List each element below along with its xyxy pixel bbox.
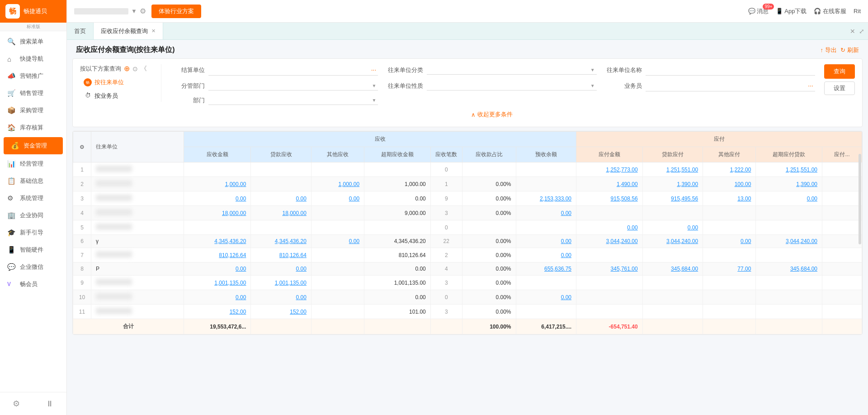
sidebar-item-wechat[interactable]: 💬 企业微信: [0, 258, 66, 276]
table-cell[interactable]: 1,251,551.00: [756, 162, 822, 177]
message-button[interactable]: 💬 消息 99+: [748, 7, 769, 15]
filter-collapse-icon[interactable]: 《: [141, 65, 147, 73]
yewu-dots-icon[interactable]: ···: [808, 82, 813, 89]
th-settings[interactable]: ⚙: [73, 132, 91, 162]
table-cell[interactable]: 345,761.00: [576, 262, 643, 276]
table-cell[interactable]: 3,044,240.00: [756, 235, 822, 248]
scheme-by-staff[interactable]: ⏱ 按业务员: [80, 90, 156, 102]
table-cell[interactable]: 1,252,773.00: [576, 162, 643, 177]
table-cell[interactable]: 18,000.00: [184, 206, 251, 220]
export-button[interactable]: ↑ 导出: [821, 46, 837, 54]
table-cell[interactable]: 1,222.00: [703, 162, 756, 177]
table-cell[interactable]: 0.00: [184, 191, 251, 206]
table-cell[interactable]: 0.00: [756, 191, 822, 206]
table-cell[interactable]: 345,684.00: [642, 262, 703, 276]
table-cell[interactable]: 4,345,436.20: [184, 235, 251, 248]
filter-add-button[interactable]: ⊕: [124, 64, 130, 73]
table-cell[interactable]: 1,490.00: [576, 177, 643, 191]
sidebar-item-hardware[interactable]: 📱 智能硬件: [0, 241, 66, 258]
sidebar-item-sales[interactable]: 🛒 销售管理: [0, 85, 66, 102]
app-download-button[interactable]: 📱 App下载: [776, 7, 807, 15]
table-cell[interactable]: 0.00: [516, 235, 576, 248]
refresh-button[interactable]: ↻ 刷新: [840, 46, 859, 54]
wanglai-name-input[interactable]: [646, 65, 815, 76]
query-button[interactable]: 查询: [824, 64, 855, 79]
sidebar-item-guide[interactable]: 🎓 新手引导: [0, 224, 66, 241]
sidebar-item-enterprise[interactable]: 🏢 企业协同: [0, 207, 66, 224]
tab-balance[interactable]: 应收应付余额查询 ✕: [94, 23, 163, 39]
wanglai-nature-select[interactable]: ▼: [427, 81, 596, 91]
table-cell[interactable]: 3,044,240.00: [642, 235, 703, 248]
sidebar-item-member[interactable]: V 畅会员: [0, 276, 66, 293]
table-cell[interactable]: 152.00: [251, 305, 311, 319]
sidebar-item-purchase[interactable]: 📦 采购管理: [0, 102, 66, 119]
table-cell[interactable]: 810,126.64: [184, 248, 251, 262]
table-cell[interactable]: 810,126.64: [251, 248, 311, 262]
table-cell[interactable]: 1,390.00: [756, 177, 822, 191]
table-cell[interactable]: 1,251,551.00: [642, 162, 703, 177]
table-cell[interactable]: 345,684.00: [756, 262, 822, 276]
jiesuan-dots-icon[interactable]: ···: [371, 66, 377, 73]
sidebar-item-operation[interactable]: 📊 经营管理: [0, 155, 66, 172]
wanglai-cat-select[interactable]: ▼: [427, 66, 596, 75]
table-cell[interactable]: 152.00: [184, 305, 251, 319]
table-cell[interactable]: 655,636.75: [516, 262, 576, 276]
table-settings-icon[interactable]: ⚙: [80, 144, 85, 150]
user-menu[interactable]: Rit: [854, 8, 861, 14]
scrollbar-thumb[interactable]: [859, 154, 861, 244]
online-service-button[interactable]: 🎧 在线客服: [814, 7, 846, 15]
settings-icon[interactable]: ⚙: [140, 7, 146, 15]
tab-close-icon[interactable]: ✕: [151, 28, 156, 34]
table-cell[interactable]: 0.00: [576, 220, 643, 235]
tab-expand-icon[interactable]: ⤢: [859, 28, 864, 35]
sidebar-item-basic[interactable]: 📋 基础信息: [0, 172, 66, 190]
table-cell[interactable]: 0.00: [251, 191, 311, 206]
table-cell[interactable]: 0.00: [311, 235, 364, 248]
sidebar-item-quicknav[interactable]: ⌂ 快捷导航: [0, 50, 66, 67]
footer-pre-balance[interactable]: 6,417,215....: [516, 319, 576, 334]
table-cell[interactable]: 3,044,240.00: [576, 235, 643, 248]
filter-scheme-icon[interactable]: ⊙: [132, 65, 138, 72]
table-cell[interactable]: 915,508.56: [576, 191, 643, 206]
table-cell[interactable]: 0.00: [516, 206, 576, 220]
sidebar-item-capital[interactable]: 💰 资金管理: [4, 137, 63, 154]
table-cell[interactable]: 0.00: [184, 290, 251, 305]
footer-ys-amount[interactable]: 19,553,472,6...: [184, 319, 251, 334]
table-cell[interactable]: 0.00: [703, 235, 756, 248]
sidebar-item-system[interactable]: ⚙ 系统管理: [0, 190, 66, 207]
table-cell[interactable]: 0.00: [251, 262, 311, 276]
table-cell[interactable]: 0.00: [311, 191, 364, 206]
collapse-bottom-btn[interactable]: ⏸: [43, 396, 57, 411]
industry-solution-button[interactable]: 体验行业方案: [151, 5, 201, 18]
sidebar: 畅 畅捷通贝 标准版 🔍 搜索菜单 ⌂ 快捷导航 📣 营销推广 🛒 销售管理 📦…: [0, 0, 67, 415]
sidebar-item-search[interactable]: 🔍 搜索菜单: [0, 33, 66, 50]
table-cell[interactable]: 13.00: [703, 191, 756, 206]
settings-bottom-btn[interactable]: ⚙: [10, 396, 23, 411]
table-cell[interactable]: 77.00: [703, 262, 756, 276]
tab-close-window-icon[interactable]: ✕: [850, 28, 855, 35]
table-cell[interactable]: 1,001,135.00: [251, 276, 311, 290]
fenguan-select[interactable]: ▼: [208, 81, 378, 91]
table-cell[interactable]: 0.00: [642, 220, 703, 235]
table-cell[interactable]: 18,000.00: [251, 206, 311, 220]
setting-button[interactable]: 设置: [824, 81, 855, 95]
tab-home[interactable]: 首页: [67, 23, 94, 39]
table-cell[interactable]: 1,390.00: [642, 177, 703, 191]
table-cell[interactable]: 0.00: [516, 248, 576, 262]
table-cell[interactable]: 1,000.00: [311, 177, 364, 191]
table-cell[interactable]: 0.00: [516, 290, 576, 305]
chevron-down-icon[interactable]: ▼: [131, 8, 137, 14]
scheme-by-unit[interactable]: 畅 按往来单位: [80, 76, 156, 88]
table-cell[interactable]: 1,001,135.00: [184, 276, 251, 290]
table-cell[interactable]: 2,153,333.00: [516, 191, 576, 206]
table-cell[interactable]: 4,345,436.20: [251, 235, 311, 248]
table-cell[interactable]: 100.00: [703, 177, 756, 191]
table-cell[interactable]: 0.00: [184, 262, 251, 276]
dept-select[interactable]: ▼: [208, 96, 378, 105]
sidebar-item-inventory[interactable]: 🏠 库存核算: [0, 119, 66, 136]
table-cell[interactable]: 915,495.56: [642, 191, 703, 206]
collapse-more-button[interactable]: ∧ 收起更多条件: [169, 108, 815, 121]
sidebar-item-marketing[interactable]: 📣 营销推广: [0, 67, 66, 85]
table-cell[interactable]: 1,000.00: [184, 177, 251, 191]
table-cell[interactable]: 0.00: [251, 290, 311, 305]
